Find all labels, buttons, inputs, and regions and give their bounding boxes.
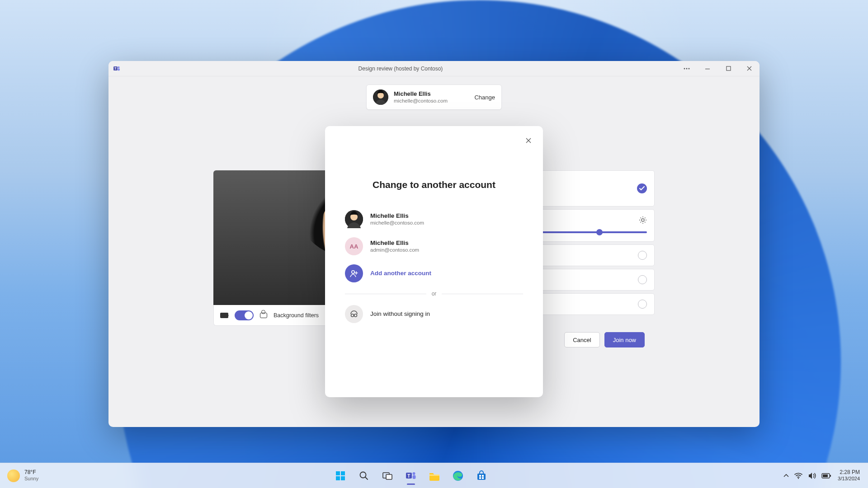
svg-rect-2 (118, 68, 120, 70)
svg-rect-19 (336, 476, 340, 480)
taskbar-weather[interactable]: 78°F Sunny (0, 469, 38, 482)
svg-rect-28 (429, 474, 439, 476)
explorer-taskbar-button[interactable] (425, 466, 444, 486)
minimize-button[interactable] (697, 61, 718, 76)
svg-point-15 (351, 314, 354, 317)
account-option-primary[interactable]: Michelle Ellis michelle@contoso.com (345, 206, 523, 233)
modal-layer: Change to another account Michelle Ellis… (108, 76, 760, 427)
close-button[interactable] (739, 61, 760, 76)
store-taskbar-button[interactable] (472, 466, 491, 486)
svg-text:T: T (407, 473, 410, 478)
svg-rect-17 (336, 471, 340, 475)
svg-text:T: T (114, 67, 117, 70)
dialog-close-button[interactable] (522, 134, 535, 147)
tray-overflow-button[interactable] (783, 474, 789, 478)
avatar-initials: AA (345, 237, 363, 255)
account-name: Michelle Ellis (370, 212, 424, 220)
add-account-icon (345, 264, 363, 282)
svg-rect-20 (341, 476, 345, 480)
window-title: Design review (hosted by Contoso) (125, 66, 676, 72)
start-button[interactable] (330, 466, 350, 486)
taskbar-center: T (38, 466, 783, 486)
taskbar: 78°F Sunny T (0, 463, 868, 488)
svg-point-16 (354, 314, 357, 317)
svg-point-14 (352, 271, 354, 273)
dialog-title: Change to another account (345, 179, 523, 190)
titlebar: T Design review (hosted by Contoso) (108, 61, 760, 76)
avatar (345, 210, 363, 228)
account-name: Michelle Ellis (370, 239, 419, 247)
taskbar-clock[interactable]: 2:28 PM 3/13/2024 (838, 469, 860, 481)
svg-rect-33 (479, 477, 481, 479)
weather-icon (7, 469, 20, 482)
svg-rect-38 (830, 475, 831, 477)
svg-rect-32 (482, 475, 484, 477)
add-account-label: Add another account (370, 269, 431, 277)
svg-rect-37 (823, 474, 828, 477)
task-view-button[interactable] (377, 466, 397, 486)
svg-rect-23 (386, 474, 392, 479)
svg-rect-7 (705, 69, 710, 69)
divider-or: or (345, 291, 523, 297)
teams-taskbar-button[interactable]: T (401, 466, 421, 486)
weather-temp: 78°F (24, 469, 38, 476)
weather-desc: Sunny (24, 476, 38, 482)
anonymous-icon (345, 305, 363, 323)
prejoin-body: Michelle Ellis michelle@contoso.com Chan… (108, 76, 760, 427)
join-anonymous-option[interactable]: Join without signing in (345, 300, 523, 328)
search-button[interactable] (354, 466, 374, 486)
svg-rect-31 (479, 475, 481, 477)
svg-point-25 (413, 472, 415, 475)
svg-rect-30 (477, 474, 486, 480)
clock-time: 2:28 PM (838, 469, 860, 476)
svg-rect-8 (726, 66, 731, 70)
svg-rect-34 (482, 477, 484, 479)
desktop: T Design review (hosted by Contoso) (0, 0, 868, 488)
account-email: admin@contoso.com (370, 247, 419, 253)
account-email: michelle@contoso.com (370, 220, 424, 226)
svg-rect-26 (413, 475, 416, 479)
svg-point-4 (684, 68, 685, 69)
account-option-admin[interactable]: AA Michelle Ellis admin@contoso.com (345, 233, 523, 260)
change-account-dialog: Change to another account Michelle Ellis… (325, 126, 543, 397)
svg-point-1 (118, 66, 120, 68)
edge-taskbar-button[interactable] (448, 466, 468, 486)
taskbar-tray: 2:28 PM 3/13/2024 (783, 469, 868, 481)
anonymous-label: Join without signing in (370, 310, 430, 318)
svg-point-6 (689, 68, 690, 69)
teams-prejoin-window: T Design review (hosted by Contoso) (108, 61, 760, 427)
more-button[interactable] (676, 61, 697, 76)
maximize-button[interactable] (718, 61, 739, 76)
svg-rect-18 (341, 471, 345, 475)
teams-app-icon: T (108, 65, 125, 72)
volume-icon[interactable] (808, 472, 816, 479)
add-account-option[interactable]: Add another account (345, 260, 523, 287)
battery-icon[interactable] (821, 473, 831, 479)
svg-point-35 (798, 478, 799, 479)
wifi-icon[interactable] (794, 473, 802, 479)
svg-point-5 (686, 68, 688, 69)
clock-date: 3/13/2024 (838, 476, 860, 482)
